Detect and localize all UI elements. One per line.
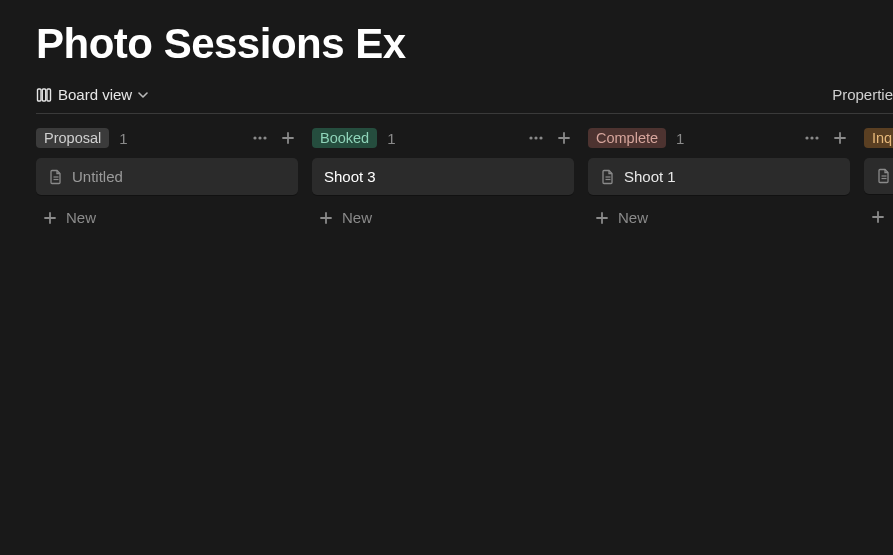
svg-point-12 bbox=[529, 136, 532, 139]
svg-point-13 bbox=[534, 136, 537, 139]
add-card-icon[interactable] bbox=[830, 128, 850, 148]
card-title: Shoot 3 bbox=[324, 168, 376, 185]
new-card-button[interactable]: New bbox=[864, 204, 893, 229]
card-title: Untitled bbox=[72, 168, 123, 185]
page-icon bbox=[48, 169, 64, 185]
new-card-button[interactable]: New bbox=[312, 205, 574, 230]
status-tag[interactable]: Booked bbox=[312, 128, 377, 148]
status-tag[interactable]: Proposal bbox=[36, 128, 109, 148]
board-column: Booked 1 Shoot 3 New bbox=[312, 128, 574, 230]
page-title: Photo Sessions Ex bbox=[36, 20, 893, 68]
svg-point-21 bbox=[815, 136, 818, 139]
plus-icon bbox=[42, 210, 58, 226]
add-card-icon[interactable] bbox=[278, 128, 298, 148]
new-card-button[interactable]: New bbox=[36, 205, 298, 230]
board-column: Inq New bbox=[864, 128, 893, 230]
svg-point-4 bbox=[258, 136, 261, 139]
card-title: Shoot 1 bbox=[624, 168, 676, 185]
svg-rect-0 bbox=[38, 89, 42, 101]
more-icon[interactable] bbox=[802, 128, 822, 148]
view-switcher[interactable]: Board view bbox=[36, 86, 148, 103]
status-tag[interactable]: Inq bbox=[864, 128, 893, 148]
column-count: 1 bbox=[387, 130, 395, 147]
board-column: Complete 1 Shoot 1 New bbox=[588, 128, 850, 230]
more-icon[interactable] bbox=[526, 128, 546, 148]
plus-icon bbox=[594, 210, 610, 226]
svg-rect-1 bbox=[42, 89, 46, 101]
board-card[interactable]: Shoot 3 bbox=[312, 158, 574, 195]
new-label: New bbox=[66, 209, 96, 226]
view-toolbar: Board view Propertie bbox=[36, 86, 893, 114]
board: Proposal 1 Untitled New Booked 1 bbox=[36, 128, 893, 230]
board-icon bbox=[36, 87, 52, 103]
new-label: New bbox=[618, 209, 648, 226]
board-card[interactable]: Shoot 1 bbox=[588, 158, 850, 195]
properties-button[interactable]: Propertie bbox=[832, 86, 893, 103]
column-count: 1 bbox=[119, 130, 127, 147]
board-column: Proposal 1 Untitled New bbox=[36, 128, 298, 230]
column-header: Booked 1 bbox=[312, 128, 574, 148]
column-header: Complete 1 bbox=[588, 128, 850, 148]
board-card[interactable]: Untitled bbox=[36, 158, 298, 195]
page-icon bbox=[600, 169, 616, 185]
svg-point-5 bbox=[263, 136, 266, 139]
column-header: Proposal 1 bbox=[36, 128, 298, 148]
board-card[interactable] bbox=[864, 158, 893, 194]
svg-point-3 bbox=[253, 136, 256, 139]
plus-icon bbox=[318, 210, 334, 226]
more-icon[interactable] bbox=[250, 128, 270, 148]
column-header: Inq bbox=[864, 128, 893, 148]
page-icon bbox=[876, 168, 892, 184]
svg-point-19 bbox=[805, 136, 808, 139]
new-label: New bbox=[342, 209, 372, 226]
add-card-icon[interactable] bbox=[554, 128, 574, 148]
chevron-down-icon bbox=[138, 90, 148, 100]
new-card-button[interactable]: New bbox=[588, 205, 850, 230]
status-tag[interactable]: Complete bbox=[588, 128, 666, 148]
svg-point-14 bbox=[539, 136, 542, 139]
view-label: Board view bbox=[58, 86, 132, 103]
column-count: 1 bbox=[676, 130, 684, 147]
plus-icon bbox=[870, 209, 886, 225]
svg-rect-2 bbox=[47, 89, 51, 101]
svg-point-20 bbox=[810, 136, 813, 139]
